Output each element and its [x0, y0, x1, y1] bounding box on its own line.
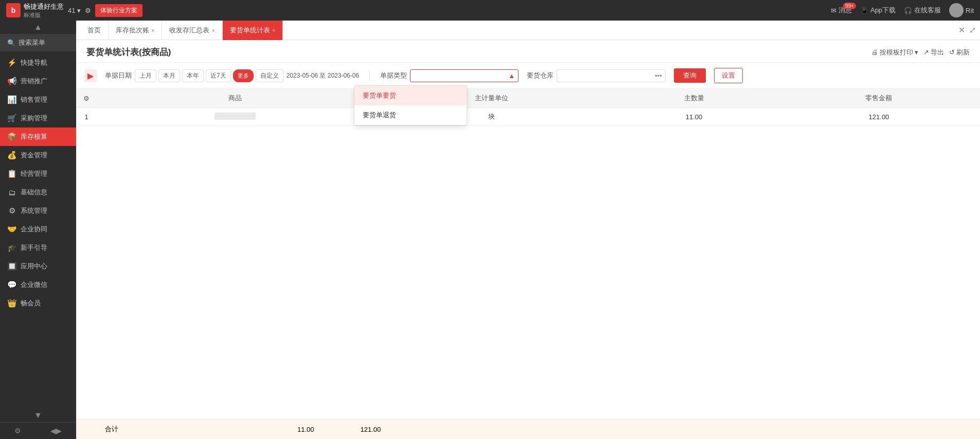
date-btn-more[interactable]: 更多 — [233, 69, 254, 82]
search-icon: 🔍 — [7, 39, 15, 47]
tab-close-invoice-summary[interactable]: × — [211, 27, 215, 33]
tab-bar: 首页 库存批次账 × 收发存汇总表 × 要货单统计表 × ✕ ⤢ — [76, 21, 980, 40]
type-select-input[interactable] — [411, 70, 505, 82]
export-btn[interactable]: ↗ 导出 — [923, 48, 944, 57]
sidebar-item-guide[interactable]: 🎓 新手引导 — [0, 239, 76, 257]
sidebar-item-label: 经营管理 — [21, 169, 47, 178]
date-btn-custom[interactable]: 自定义 — [256, 69, 283, 82]
sidebar-item-purchase[interactable]: 🛒 采购管理 — [0, 109, 76, 127]
warehouse-input[interactable] — [557, 70, 652, 82]
sidebar-item-inventory[interactable]: 📦 库存核算 — [0, 127, 76, 146]
sidebar: ▲ 🔍 搜索菜单 ⚡ 快捷导航 📢 营销推广 📊 销售管理 🛒 采购管理 — [0, 21, 76, 439]
refresh-btn[interactable]: ↺ 刷新 — [949, 48, 970, 57]
app-download-btn[interactable]: 📱 App下载 — [860, 6, 896, 15]
warehouse-more-icon[interactable]: ••• — [652, 72, 665, 80]
sidebar-scroll-up[interactable]: ▲ — [0, 21, 76, 34]
data-table: ⚙ 商品 主计量单位 主数量 零售金额 1 — [76, 89, 980, 126]
sidebar-nav: ⚡ 快捷导航 📢 营销推广 📊 销售管理 🛒 采购管理 📦 库存核算 💰 — [0, 51, 76, 409]
messages-badge: 99+ — [843, 3, 856, 9]
message-icon: ✉ — [831, 7, 836, 14]
app-center-icon: 🔲 — [7, 262, 16, 271]
page-header: 要货单统计表(按商品) 🖨 按模板打印 ▾ ↗ 导出 ↺ 刷新 — [76, 40, 980, 63]
logo-icon: b — [6, 3, 21, 17]
system-icon: ⚙ — [7, 206, 16, 215]
print-btn[interactable]: 🖨 按模板打印 ▾ — [871, 48, 918, 57]
filter-expand-icon[interactable]: ▶ — [84, 69, 97, 82]
sidebar-item-basics[interactable]: 🗂 基础信息 — [0, 183, 76, 202]
marketing-icon: 📢 — [7, 77, 16, 86]
footer-quantity: 11.00 — [118, 426, 314, 433]
sidebar-item-label: 库存核算 — [21, 132, 47, 141]
row-product — [97, 108, 373, 126]
sidebar-settings-icon[interactable]: ⚙ — [14, 427, 21, 435]
warehouse-filter: 要货仓库 ••• — [527, 69, 666, 82]
type-dropdown-arrow[interactable]: ▲ — [505, 72, 518, 80]
sidebar-item-operations[interactable]: 📋 经营管理 — [0, 164, 76, 183]
sidebar-item-sales[interactable]: 📊 销售管理 — [0, 90, 76, 109]
table-wrap: ⚙ 商品 主计量单位 主数量 零售金额 1 — [76, 89, 980, 419]
footer-amount: 121.00 — [314, 426, 381, 433]
chevron-down-icon: ▾ — [77, 7, 81, 14]
sidebar-item-quick-nav[interactable]: ⚡ 快捷导航 — [0, 53, 76, 72]
user-area[interactable]: Rit — [949, 3, 974, 17]
close-all-icon[interactable]: ✕ — [958, 25, 965, 35]
tab-order-stats[interactable]: 要货单统计表 × — [223, 21, 283, 40]
row-no: 1 — [76, 108, 97, 126]
tab-invoice-summary[interactable]: 收发存汇总表 × — [162, 21, 222, 40]
sidebar-item-system[interactable]: ⚙ 系统管理 — [0, 202, 76, 220]
tab-home[interactable]: 首页 — [80, 21, 109, 40]
date-btn-this-year[interactable]: 本年 — [182, 69, 204, 82]
sidebar-item-label: 营销推广 — [21, 77, 47, 86]
tab-close-order-stats[interactable]: × — [272, 27, 275, 33]
type-select-wrap[interactable]: ▲ — [410, 69, 519, 82]
header-left: b 畅捷通好生意 标准版 41 ▾ ⚙ 体验行业方案 — [6, 2, 142, 19]
sidebar-item-label: 基础信息 — [21, 188, 47, 197]
tab-bar-right: ✕ ⤢ — [958, 25, 976, 35]
tab-batch-account[interactable]: 库存批次账 × — [109, 21, 162, 40]
dropdown-item-return[interactable]: 要货单退货 — [354, 105, 467, 125]
weixin-icon: 💬 — [7, 280, 16, 289]
expand-icon[interactable]: ⤢ — [969, 25, 976, 35]
print-icon: 🖨 — [871, 48, 878, 56]
date-filter: 单据日期 上月 本月 本年 近7天 更多 自定义 2023-05-06 至 20… — [105, 69, 359, 82]
sidebar-item-label: 企业协同 — [21, 225, 47, 234]
sidebar-item-app-center[interactable]: 🔲 应用中心 — [0, 257, 76, 276]
sidebar-item-enterprise[interactable]: 🤝 企业协同 — [0, 220, 76, 239]
date-btn-7days[interactable]: 近7天 — [206, 69, 231, 82]
date-btn-this-month[interactable]: 本月 — [158, 69, 180, 82]
service-icon: 🎧 — [904, 7, 912, 14]
sidebar-item-label: 系统管理 — [21, 206, 47, 215]
sidebar-item-weixin[interactable]: 💬 企业微信 — [0, 276, 76, 294]
row-amount: 121.00 — [778, 108, 980, 126]
date-btn-last-month[interactable]: 上月 — [135, 69, 156, 82]
search-label: 搜索菜单 — [19, 38, 45, 47]
sidebar-scroll-down[interactable]: ▼ — [0, 409, 76, 422]
product-placeholder — [215, 113, 256, 120]
page-actions: 🖨 按模板打印 ▾ ↗ 导出 ↺ 刷新 — [871, 48, 970, 57]
sidebar-search[interactable]: 🔍 搜索菜单 — [0, 34, 76, 51]
store-selector[interactable]: 41 ▾ — [68, 7, 81, 14]
query-button[interactable]: 查询 — [674, 68, 706, 83]
quick-nav-icon: ⚡ — [7, 58, 16, 67]
brand-name: 畅捷通好生意 标准版 — [24, 2, 64, 19]
header-settings-icon[interactable]: ⚙ — [85, 7, 91, 14]
basics-icon: 🗂 — [7, 188, 16, 197]
col-settings-header[interactable]: ⚙ — [76, 89, 97, 108]
sidebar-item-marketing[interactable]: 📢 营销推广 — [0, 72, 76, 90]
enterprise-icon: 🤝 — [7, 225, 16, 234]
sidebar-item-vip[interactable]: 👑 畅会员 — [0, 294, 76, 313]
operations-icon: 📋 — [7, 169, 16, 178]
print-chevron-icon: ▾ — [915, 48, 918, 56]
dropdown-item-requisition[interactable]: 要货单要货 — [354, 86, 467, 105]
vip-icon: 👑 — [7, 299, 16, 308]
settings-button[interactable]: 设置 — [714, 68, 743, 83]
tab-close-batch-account[interactable]: × — [151, 27, 154, 33]
username-label: Rit — [966, 7, 974, 14]
table-footer: 合计 11.00 121.00 — [76, 419, 980, 439]
online-service-btn[interactable]: 🎧 在线客服 — [904, 6, 941, 15]
sidebar-item-finance[interactable]: 💰 资金管理 — [0, 146, 76, 164]
industry-button[interactable]: 体验行业方案 — [95, 4, 142, 17]
sidebar-collapse-icon[interactable]: ◀▶ — [50, 427, 62, 435]
messages-btn[interactable]: ✉ 消息 99+ — [831, 6, 852, 15]
sidebar-item-label: 采购管理 — [21, 114, 47, 123]
